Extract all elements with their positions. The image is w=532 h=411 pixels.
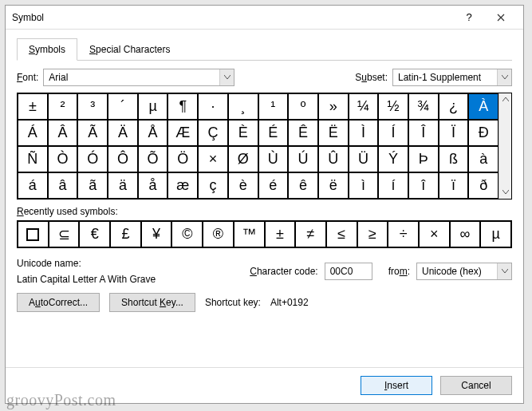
scrollbar[interactable] (499, 93, 511, 199)
symbol-cell[interactable]: Ô (108, 146, 138, 172)
symbol-cell[interactable]: Â (48, 120, 78, 146)
symbol-cell[interactable]: Ï (439, 120, 469, 146)
symbol-cell[interactable]: ¶ (167, 93, 198, 120)
recent-symbol-cell[interactable]: ® (203, 221, 234, 247)
symbol-cell[interactable]: Å (138, 120, 168, 146)
symbol-cell[interactable]: ì (349, 172, 379, 199)
symbol-cell[interactable]: Ú (288, 146, 318, 172)
symbol-cell[interactable]: » (318, 93, 349, 120)
dialog-footer: Insert Cancel (6, 367, 523, 403)
symbol-cell[interactable]: Ü (349, 146, 379, 172)
recent-symbol-cell[interactable] (18, 221, 49, 247)
symbol-cell[interactable]: ë (318, 172, 349, 199)
symbol-cell[interactable]: · (198, 93, 228, 120)
symbol-cell[interactable]: Ó (77, 146, 108, 172)
recent-symbol-cell[interactable]: ≠ (295, 221, 326, 247)
symbol-cell[interactable]: Û (318, 146, 349, 172)
symbol-cell[interactable]: ¿ (439, 93, 469, 120)
recent-symbol-cell[interactable]: ™ (234, 221, 265, 247)
scroll-up-button[interactable] (499, 93, 511, 106)
symbol-cell[interactable]: ð (468, 172, 499, 199)
symbol-cell[interactable]: Ç (198, 120, 228, 146)
tab-symbols[interactable]: Symbols (17, 38, 77, 61)
symbol-cell[interactable]: Þ (408, 146, 439, 172)
recent-symbol-cell[interactable]: ≥ (357, 221, 388, 247)
scroll-track[interactable] (499, 106, 511, 186)
symbol-cell[interactable]: â (48, 172, 78, 199)
recent-symbol-cell[interactable]: © (171, 221, 203, 247)
symbol-cell[interactable]: æ (167, 172, 198, 199)
symbol-cell[interactable]: ³ (77, 93, 108, 120)
recent-symbol-cell[interactable]: ≤ (326, 221, 357, 247)
symbol-cell[interactable]: à (468, 146, 499, 172)
font-combo[interactable]: Arial (43, 69, 234, 86)
char-code-input[interactable] (325, 263, 372, 280)
from-combo[interactable]: Unicode (hex) (416, 263, 512, 280)
symbol-cell[interactable]: ê (288, 172, 318, 199)
symbol-cell[interactable]: Æ (167, 120, 198, 146)
symbol-cell[interactable]: á (18, 172, 48, 199)
shortcut-key-button[interactable]: Shortcut Key... (109, 293, 195, 312)
symbol-cell[interactable]: Ì (349, 120, 379, 146)
from-value: Unicode (hex) (417, 266, 497, 277)
symbol-cell[interactable]: Î (408, 120, 439, 146)
recent-symbol-cell[interactable]: ¥ (141, 221, 172, 247)
scroll-down-button[interactable] (499, 186, 511, 199)
symbol-cell[interactable]: Õ (138, 146, 168, 172)
symbol-cell[interactable]: é (258, 172, 289, 199)
close-button[interactable] (485, 6, 517, 29)
symbol-cell[interactable]: ç (198, 172, 228, 199)
subset-combo[interactable]: Latin-1 Supplement (392, 69, 512, 86)
symbol-cell[interactable]: ¹ (258, 93, 289, 120)
symbol-cell[interactable]: Ö (167, 146, 198, 172)
symbol-cell[interactable]: Ò (48, 146, 78, 172)
symbol-cell[interactable]: ± (18, 93, 48, 120)
recent-symbol-cell[interactable]: ⊆ (49, 221, 80, 247)
symbol-cell[interactable]: µ (138, 93, 168, 120)
symbol-cell[interactable]: º (288, 93, 318, 120)
symbol-cell[interactable]: Á (18, 120, 48, 146)
symbol-cell[interactable]: ¼ (349, 93, 379, 120)
recent-symbol-cell[interactable]: × (419, 221, 450, 247)
recent-symbol-cell[interactable]: µ (480, 221, 511, 247)
symbol-cell[interactable]: Ã (77, 120, 108, 146)
symbol-cell[interactable]: ã (77, 172, 108, 199)
symbol-cell[interactable]: ² (48, 93, 78, 120)
symbol-cell[interactable]: Ñ (18, 146, 48, 172)
symbol-cell[interactable]: × (198, 146, 228, 172)
symbol-cell[interactable]: À (468, 93, 499, 120)
symbol-cell[interactable]: Í (378, 120, 408, 146)
recent-symbol-cell[interactable]: € (79, 221, 110, 247)
symbol-cell[interactable]: ï (439, 172, 469, 199)
dialog-title: Symbol (12, 12, 453, 23)
symbol-cell[interactable]: ½ (378, 93, 408, 120)
insert-button[interactable]: Insert (361, 376, 432, 395)
from-label: from: (388, 266, 410, 277)
symbol-cell[interactable]: Ý (378, 146, 408, 172)
symbol-cell[interactable]: É (258, 120, 289, 146)
symbol-cell[interactable]: Ø (228, 146, 258, 172)
symbol-cell[interactable]: î (408, 172, 439, 199)
symbol-cell[interactable]: è (228, 172, 258, 199)
symbol-cell[interactable]: ä (108, 172, 138, 199)
recent-symbol-cell[interactable]: £ (110, 221, 141, 247)
tab-special-characters[interactable]: Special Characters (77, 38, 182, 61)
recent-symbol-cell[interactable]: ∞ (450, 221, 481, 247)
recent-symbol-cell[interactable]: ± (265, 221, 296, 247)
help-button[interactable]: ? (453, 6, 485, 29)
symbol-cell[interactable]: È (228, 120, 258, 146)
symbol-cell[interactable]: ß (439, 146, 469, 172)
recent-symbol-cell[interactable]: ÷ (388, 221, 419, 247)
symbol-cell[interactable]: Ê (288, 120, 318, 146)
symbol-cell[interactable]: ´ (108, 93, 138, 120)
symbol-cell[interactable]: Ë (318, 120, 349, 146)
symbol-cell[interactable]: ¾ (408, 93, 439, 120)
symbol-cell[interactable]: Ð (468, 120, 499, 146)
autocorrect-button[interactable]: AutoCorrect... (17, 293, 100, 312)
symbol-cell[interactable]: ¸ (228, 93, 258, 120)
symbol-cell[interactable]: å (138, 172, 168, 199)
cancel-button[interactable]: Cancel (440, 376, 512, 395)
symbol-cell[interactable]: í (378, 172, 408, 199)
symbol-cell[interactable]: Ä (108, 120, 138, 146)
symbol-cell[interactable]: Ù (258, 146, 289, 172)
